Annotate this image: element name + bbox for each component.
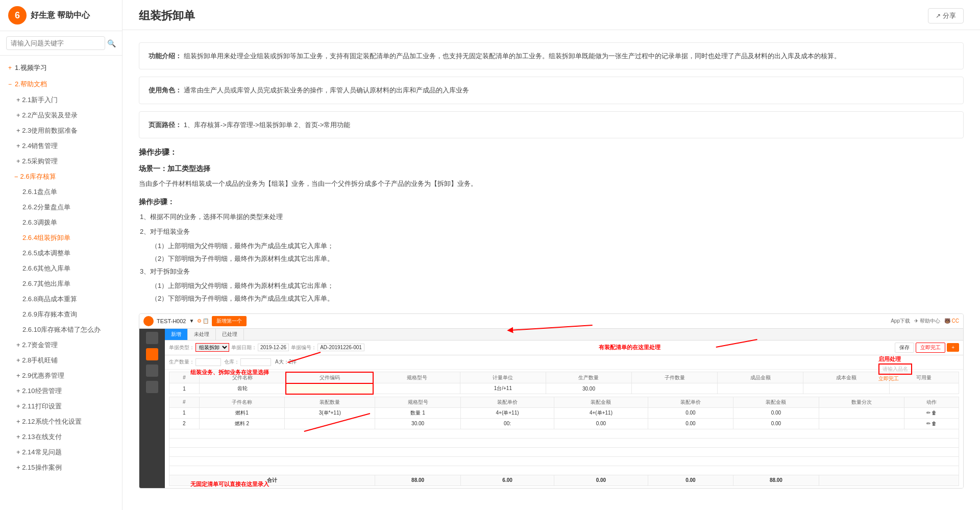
step3-sub1: （1）上部明细为父件明细，最终作为原材料生成其它出库单； (139, 280, 964, 293)
mock-action-btn[interactable]: 立即完工 (878, 375, 912, 382)
inventory-children: 2.6.1盘点单 2.6.2分量盘点单 2.6.3调拨单 2.6.4组装拆卸单 … (0, 184, 122, 337)
mock-doc-label: 单据编号： (291, 344, 316, 351)
empty-row5 (169, 447, 959, 456)
sidebar-item-inventory[interactable]: − 2.6库存核算 (0, 169, 122, 184)
screenshot-mockup: TEST-H002 ▼ ⚙ 📋 新增第一个 App下载 ✈ 帮助中心 🐻 CC (139, 313, 964, 489)
footer-val4: 0.00 (648, 475, 733, 485)
sidebar-item-cost-recalc[interactable]: 2.6.8商品成本重算 (0, 292, 122, 307)
function-intro-label: 功能介绍： (149, 52, 182, 60)
sidebar-item-faq[interactable]: + 2.14常见问题 (0, 445, 122, 460)
ltd-assy-amt2b: 0.00 (733, 418, 819, 429)
empty-row6 (169, 456, 959, 466)
mock-tab-processed[interactable]: 已处理 (216, 329, 244, 340)
mock-type-field: 单据类型： 组装拆卸 (169, 343, 229, 352)
table-row (169, 438, 959, 447)
steps-heading: 操作步骤： (139, 198, 964, 207)
mock-qty-input[interactable] (195, 358, 221, 366)
faq-icon: + (16, 448, 20, 456)
mock-upper-table-area: # 父件名称 父件编码 规格型号 计量单位 生产数量 子件数量 成品金额 成本金 (165, 370, 963, 397)
lth-spec: 规格型号 (375, 397, 461, 407)
mock-doc-val: AD-20191226-001 (317, 344, 364, 351)
ltd-batch2 (819, 418, 904, 429)
sidebar-item-stock-query[interactable]: 2.6.9库存账本查询 (0, 307, 122, 322)
mock-sidebar-icon3 (146, 365, 158, 377)
share-button[interactable]: ↗ 分享 (928, 8, 964, 23)
sidebar-item-assembly[interactable]: 2.6.4组装拆卸单 (0, 230, 122, 246)
sidebar-item-custom[interactable]: + 2.12系统个性化设置 (0, 414, 122, 429)
path-text: 1、库存核算->库存管理->组装拆卸单 2、首页->常用功能 (184, 121, 351, 129)
search-button[interactable]: 🔍 (107, 39, 116, 47)
mock-tab-new[interactable]: 新增 (165, 329, 188, 340)
sidebar-item-transfer[interactable]: 2.6.3调拨单 (0, 215, 122, 230)
sidebar-item-mgmt[interactable]: + 2.10经营管理 (0, 383, 122, 399)
sidebar-item-install[interactable]: + 2.2产品安装及登录 (0, 108, 122, 123)
sidebar-item-other-in[interactable]: 2.6.6其他入库单 (0, 261, 122, 276)
step2-sub2: （2）下部明细为子件明细，最终作为原材料生成其它出库单。 (139, 253, 964, 265)
mock-add-btn[interactable]: + (947, 343, 959, 352)
sidebar-item-video[interactable]: + 1.视频学习 (0, 60, 122, 76)
mock-upper-table-header: # 父件名称 父件编码 规格型号 计量单位 生产数量 子件数量 成品金额 成本金 (169, 372, 959, 383)
cases-icon: + (16, 464, 20, 471)
scene1-desc: 当由多个子件材料组装成一个成品的业务为【组装】业务，当由一个父件拆分成多个子产品… (139, 178, 964, 190)
mock-qty-field: 生产数量： (169, 358, 221, 366)
mock-warehouse-input[interactable] (240, 358, 271, 366)
delete-icon1[interactable]: 🗑 (932, 410, 937, 416)
sidebar-item-mobile[interactable]: + 2.8手机旺铺 (0, 353, 122, 368)
edit-icon2[interactable]: ✏ (926, 421, 930, 426)
sidebar-item-other-out[interactable]: 2.6.7其他出库单 (0, 276, 122, 292)
sidebar-item-label-docs: 2.帮助文档 (15, 80, 47, 89)
purchase-icon: + (16, 157, 20, 165)
sidebar-item-data[interactable]: + 2.3使用前数据准备 (0, 123, 122, 138)
delete-icon2[interactable]: 🗑 (932, 421, 937, 426)
custom-icon: + (16, 418, 20, 425)
sidebar: 6 好生意 帮助中心 🔍 + 1.视频学习 − 2.帮助文档 + 2.1新手入门 (0, 0, 122, 510)
mock-table-footer: 合计 88.00 6.00 0.00 0.00 88.00 (169, 475, 959, 485)
role-block: 使用角色： 通常由生产人员或库管人员完成折装业务的操作，库管人员确认原材料的出库… (139, 77, 964, 104)
step2-sub1: （1）上部明细为父件明细，最终作为产成品生成其它入库单； (139, 240, 964, 253)
th-parent-code: 父件编码 (286, 372, 373, 383)
role-text: 通常由生产人员或库管人员完成折装业务的操作，库管人员确认原材料的出库和产成品的入… (184, 86, 469, 94)
edit-icon1[interactable]: ✏ (926, 410, 930, 416)
sidebar-item-sales[interactable]: + 2.4销售管理 (0, 138, 122, 154)
step3-sub2: （2）下部明细为子件明细，最终作为产成品生成其它入库单。 (139, 293, 964, 305)
table-row: 1 燃料1 3(单*+11) 数量 1 4+(单+11) 4+(单+11) 0.… (169, 407, 959, 418)
td-cost-amt (803, 383, 889, 394)
page-title: 组装拆卸单 (139, 8, 195, 23)
step3: 3、对于拆卸业务 (139, 265, 964, 278)
sidebar-item-newbie[interactable]: + 2.1新手入门 (0, 92, 122, 108)
sidebar-item-cases[interactable]: + 2.15操作案例 (0, 460, 122, 475)
mock-type-select[interactable]: 组装拆卸 (195, 343, 229, 352)
ltd-assy-price2b: 0.00 (648, 418, 733, 429)
path-label: 页面路径： (149, 121, 182, 129)
sidebar-item-partial-stock[interactable]: 2.6.2分量盘点单 (0, 200, 122, 215)
mobile-icon: + (16, 356, 20, 364)
sidebar-item-cost-adjust[interactable]: 2.6.5成本调整单 (0, 246, 122, 261)
sidebar-item-stocktake[interactable]: 2.6.1盘点单 (0, 184, 122, 200)
mock-annotation3: 启用处理 (878, 355, 912, 363)
mock-date-field1: 单据日期： 2019-12-26 (231, 344, 289, 351)
td-row-num: 1 (169, 383, 200, 394)
empty-row4 (169, 438, 959, 447)
sidebar-item-stock-error[interactable]: 2.6.10库存账本错了怎么办 (0, 322, 122, 337)
ltd-sub-name1: 燃料1 (199, 407, 285, 418)
mock-new-first-btn[interactable]: 新增第一个 (212, 316, 247, 326)
sidebar-item-coupon[interactable]: + 2.9优惠券管理 (0, 368, 122, 383)
sidebar-item-purchase[interactable]: + 2.5采购管理 (0, 154, 122, 169)
mock-store-code: TEST-H002 (157, 318, 186, 324)
sidebar-item-finance[interactable]: + 2.7资金管理 (0, 337, 122, 353)
sidebar-item-print[interactable]: + 2.11打印设置 (0, 399, 122, 414)
sidebar-item-payment[interactable]: + 2.13在线支付 (0, 429, 122, 445)
mock-complete-btn[interactable]: 立即完工 (916, 343, 945, 353)
ltd-assy-amt1a: 4+(单+11) (554, 407, 648, 418)
ltd-num2: 2 (169, 418, 200, 429)
search-input[interactable] (6, 36, 105, 50)
mock-top-bar: TEST-H002 ▼ ⚙ 📋 新增第一个 App下载 ✈ 帮助中心 🐻 CC (139, 314, 963, 329)
mock-enable-input[interactable]: 请输入品名 (878, 363, 912, 375)
sidebar-item-docs[interactable]: − 2.帮助文档 (0, 76, 122, 92)
mock-save-btn[interactable]: 保存 (895, 343, 914, 353)
sales-icon: + (16, 142, 20, 150)
mock-tab-unprocessed[interactable]: 未处理 (188, 329, 216, 340)
mock-app-body: 新增 未处理 已处理 单据类型： 组装拆卸 (139, 329, 963, 488)
mock-annotation3-area: 启用处理 请输入品名 立即完工 (878, 355, 912, 382)
ltd-num1: 1 (169, 407, 200, 418)
